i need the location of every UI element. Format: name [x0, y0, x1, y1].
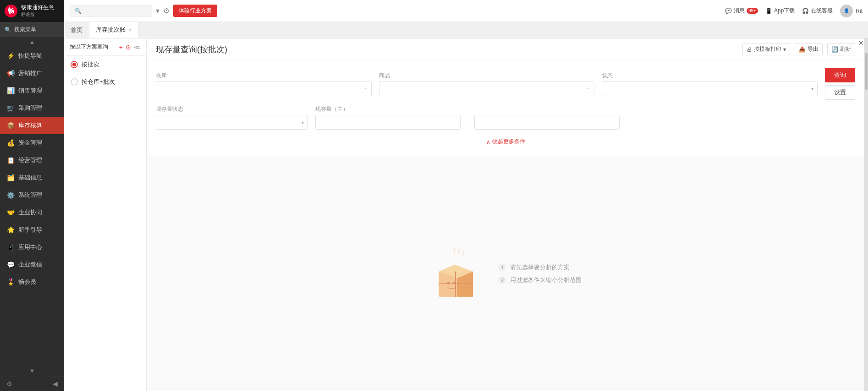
sidebar-item-shortcut[interactable]: ⚡ 快捷导航 — [0, 47, 64, 65]
sidebar-item-newbie[interactable]: 🌟 新手引导 — [0, 221, 64, 239]
sidebar-item-finance[interactable]: 💰 资金管理 — [0, 134, 64, 152]
page-title: 现存量查询(按批次) — [156, 44, 227, 55]
left-panel-actions: + ⊙ ≪ — [119, 43, 141, 51]
stock-qty-field: 现存量（主） — — [315, 105, 620, 130]
topbar-gear-settings[interactable]: ⚙ — [163, 6, 170, 15]
export-button[interactable]: 📤 导出 — [795, 43, 823, 55]
refresh-button[interactable]: 🔄 刷新 — [827, 43, 855, 55]
status-label: 状态 — [602, 72, 818, 80]
filter-by-batch-label: 按批次 — [82, 60, 99, 69]
radio-inactive-icon — [71, 78, 78, 86]
filter-by-batch[interactable]: 按批次 — [64, 56, 146, 73]
left-panel-header: 按以下方案查询 + ⊙ ≪ — [64, 38, 146, 56]
sidebar-item-system[interactable]: ⚙️ 系统管理 — [0, 186, 64, 204]
sidebar-item-purchase[interactable]: 🛒 采购管理 — [0, 99, 64, 117]
tip-number-2: 2 — [498, 276, 506, 284]
export-label: 导出 — [808, 45, 819, 53]
wechat-icon: 💬 — [6, 261, 15, 269]
left-panel-title: 按以下方案查询 — [70, 43, 108, 51]
sidebar-item-label: 销售管理 — [18, 87, 42, 95]
message-icon: 💬 — [725, 8, 732, 14]
sidebar-item-marketing[interactable]: 📢 营销推广 — [0, 65, 64, 82]
stock-status-field: 现存量状态 ▾ — [156, 105, 308, 130]
right-panel: 现存量查询(按批次) 🖨 按模板打印 ▾ 📤 导出 🔄 刷新 — [147, 38, 864, 391]
sidebar-item-member[interactable]: 🎖️ 畅会员 — [0, 273, 64, 291]
right-scrollbar[interactable] — [864, 38, 868, 391]
user-area[interactable]: 👤 Rit — [840, 5, 863, 17]
sidebar-item-basics[interactable]: 🗂️ 基础信息 — [0, 169, 64, 186]
sidebar-scroll-down[interactable]: ▼ — [0, 366, 64, 376]
status-select[interactable]: ▾ — [602, 81, 818, 96]
app-subtitle: 标准版 — [21, 11, 54, 18]
stock-qty-min-wrap[interactable] — [315, 115, 461, 130]
stock-qty-min[interactable] — [319, 119, 456, 125]
collapse-conditions[interactable]: ∧ 收起更多条件 — [156, 135, 855, 148]
settings-button[interactable]: 设置 — [825, 85, 855, 100]
collapse-sidebar-icon[interactable]: ◀ — [53, 380, 58, 387]
warehouse-input[interactable] — [160, 86, 362, 92]
main-area: 🔍 ▾ ⚙ 体验行业方案 💬 消息 99+ 📱 App下载 🎧 在线客服 — [64, 0, 868, 391]
sidebar-footer: ⚙ ◀ — [0, 376, 64, 391]
tab-inventory-batch[interactable]: 库存批次账 × — [89, 22, 138, 38]
sidebar-scroll-up[interactable]: ▲ — [0, 37, 64, 47]
warehouse-input-wrap[interactable]: ··· — [156, 81, 372, 96]
settings-footer-icon[interactable]: ⚙ — [6, 380, 12, 387]
topbar-search-bar[interactable]: 🔍 — [70, 5, 152, 16]
export-icon: 📤 — [799, 46, 806, 53]
sidebar-item-sales[interactable]: 📊 销售管理 — [0, 82, 64, 99]
svg-point-2 — [71, 79, 77, 85]
finance-icon: 💰 — [6, 139, 15, 147]
print-template-button[interactable]: 🖨 按模板打印 ▾ — [742, 43, 790, 55]
goods-input-wrap[interactable]: ··· — [379, 81, 595, 96]
left-panel-collapse-icon[interactable]: ≪ — [134, 43, 141, 51]
form-buttons: 查询 设置 — [825, 68, 855, 100]
topbar-gear-icon[interactable]: ▾ — [156, 6, 159, 15]
status-field: 状态 ▾ — [602, 72, 818, 96]
stock-qty-max[interactable] — [478, 119, 615, 125]
sidebar-item-label: 经营管理 — [18, 156, 42, 164]
sidebar-item-label: 基础信息 — [18, 174, 42, 182]
tip-item-2: 2 用过滤条件来缩小分析范围 — [498, 276, 582, 284]
sidebar-nav: ⚡ 快捷导航 📢 营销推广 📊 销售管理 🛒 采购管理 📦 库存核算 💰 资金管… — [0, 47, 64, 366]
newbie-icon: 🌟 — [6, 226, 15, 234]
add-filter-icon[interactable]: + — [119, 43, 123, 51]
trial-button[interactable]: 体验行业方案 — [173, 5, 217, 17]
app-download-icon: 📱 — [765, 8, 772, 14]
sidebar-item-inventory[interactable]: 📦 库存核算 — [0, 117, 64, 134]
goods-dots: ··· — [587, 86, 590, 91]
sidebar-item-label: 应用中心 — [18, 243, 42, 251]
sidebar-search[interactable]: 🔍 搜索菜单 — [0, 22, 64, 37]
tab-close-icon[interactable]: × — [128, 27, 132, 33]
warehouse-label: 仓库 — [156, 72, 372, 80]
online-service-group[interactable]: 🎧 在线客服 — [802, 7, 833, 15]
empty-state: 1 请先选择要分析的方案 2 用过滤条件来缩小分析范围 — [147, 156, 864, 391]
stock-qty-max-wrap[interactable] — [474, 115, 620, 130]
user-name: Rit — [856, 8, 863, 14]
stock-status-arrow: ▾ — [302, 120, 304, 125]
topbar: 🔍 ▾ ⚙ 体验行业方案 💬 消息 99+ 📱 App下载 🎧 在线客服 — [64, 0, 868, 22]
left-panel: 按以下方案查询 + ⊙ ≪ 按批次 — [64, 38, 147, 391]
goods-input[interactable] — [383, 86, 585, 92]
messages-label: 消息 — [734, 7, 745, 15]
tab-home[interactable]: 首页 — [64, 22, 89, 38]
page-actions: 🖨 按模板打印 ▾ 📤 导出 🔄 刷新 — [742, 43, 855, 55]
sidebar-item-enterprise[interactable]: 🤝 企业协同 — [0, 204, 64, 221]
goods-label: 商品 — [379, 72, 595, 80]
query-button[interactable]: 查询 — [825, 68, 855, 82]
sidebar-item-wechat[interactable]: 💬 企业微信 — [0, 256, 64, 273]
member-icon: 🎖️ — [6, 278, 15, 286]
sidebar-item-apps[interactable]: 📱 应用中心 — [0, 239, 64, 256]
messages-group[interactable]: 💬 消息 99+ — [725, 7, 758, 15]
svg-point-9 — [447, 282, 450, 284]
query-form: 仓库 ··· 商品 ··· 状态 — [147, 60, 864, 156]
app-download-group[interactable]: 📱 App下载 — [765, 7, 795, 15]
sidebar-item-operations[interactable]: 📋 经营管理 — [0, 152, 64, 169]
filter-settings-icon[interactable]: ⊙ — [126, 43, 131, 51]
close-panel-button[interactable]: × — [858, 38, 863, 48]
sidebar-item-label: 快捷导航 — [18, 52, 42, 60]
stock-status-select[interactable]: ▾ — [156, 115, 308, 130]
filter-by-warehouse-batch[interactable]: 按仓库+批次 — [64, 73, 146, 91]
warehouse-dots: ··· — [363, 86, 367, 91]
apps-icon: 📱 — [6, 243, 15, 251]
status-select-arrow: ▾ — [811, 86, 813, 91]
